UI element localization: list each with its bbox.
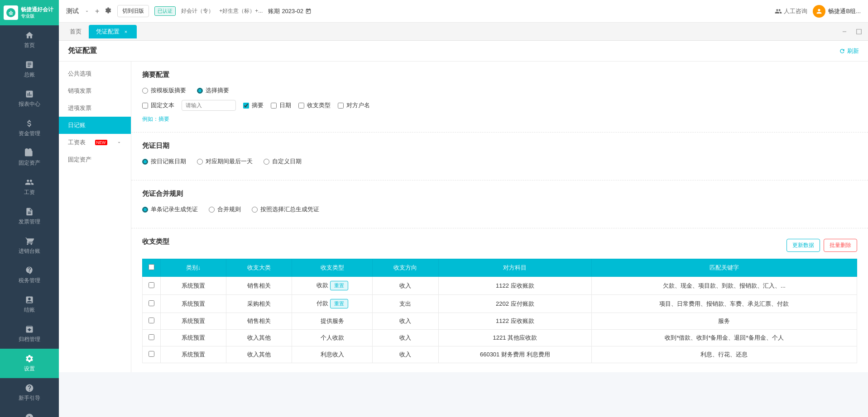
menu-item-salary-table[interactable]: 工资表 NEW (59, 134, 131, 151)
row-checkbox-1[interactable] (143, 277, 161, 295)
topbar-plus[interactable]: + (95, 7, 99, 15)
select-all-checkbox[interactable] (149, 264, 154, 270)
row-type-2: 付款 重置 (292, 295, 373, 313)
sidebar-item-invoice[interactable]: 发票管理 (0, 202, 59, 231)
sidebar-item-salary[interactable]: 工资 (0, 172, 59, 202)
sidebar-item-tax[interactable]: 税务管理 (0, 261, 59, 290)
good-business-tag: +好生意（标）+... (219, 7, 263, 15)
maximize-button[interactable] (854, 26, 864, 37)
page-header: 凭证配置 刷新 (59, 41, 868, 62)
row-keywords-1: 欠款、现金、项目款、到款、报销款、汇入、... (591, 277, 857, 295)
merge-rules-radio-group: 单条记录生成凭证 合并规则 按照选择汇总生成凭证 (142, 205, 857, 213)
radio-summary-generate[interactable]: 按照选择汇总生成凭证 (252, 205, 319, 213)
sidebar-item-member[interactable]: 畅会员 (0, 408, 59, 417)
row-account-2: 2202 应付账款 (438, 295, 591, 313)
row-keywords-4: 收到*借款、收到*备用金、退回*备用金、个人 (591, 330, 857, 346)
switch-version-button[interactable]: 切到旧版 (117, 5, 149, 17)
checkbox-summary[interactable]: 摘要 (243, 101, 264, 109)
radio-custom-date[interactable]: 自定义日期 (264, 157, 302, 166)
table-row: 系统预置 销售相关 收款 重置 收入 1122 应收账款 欠款、现金、项目款、到… (143, 277, 857, 295)
row-keywords-5: 利息、行花、还息 (591, 346, 857, 363)
right-content: 摘要配置 按模板版摘要 选择摘要 (131, 62, 868, 372)
reset-button-2[interactable]: 重置 (330, 299, 348, 308)
tabbar: 首页 凭证配置 × (59, 23, 868, 41)
sidebar-item-fund[interactable]: 资金管理 (0, 114, 59, 143)
tab-close-icon[interactable]: × (122, 28, 129, 35)
sidebar-item-archive[interactable]: 归档管理 (0, 319, 59, 349)
row-direction-5: 收入 (373, 346, 438, 363)
sidebar-item-settings[interactable]: 设置 (0, 349, 59, 378)
table-header-row: 收支类型 更新数据 批量删除 (142, 237, 857, 253)
th-category: 类别↓ (161, 259, 226, 277)
voucher-date-title: 凭证日期 (142, 142, 857, 150)
sidebar-item-home[interactable]: 首页 (0, 25, 59, 55)
topbar-period: 账期 2023-02 (268, 7, 312, 15)
th-keywords: 匹配关键字 (591, 259, 857, 277)
menu-item-sales-invoice[interactable]: 销项发票 (59, 82, 131, 100)
topbar-gear[interactable] (105, 7, 112, 15)
checkbox-income-type[interactable]: 收支类型 (298, 101, 331, 109)
refresh-button[interactable]: 刷新 (839, 47, 859, 55)
summary-radio-group: 按模板版摘要 选择摘要 (142, 86, 857, 95)
row-type-3: 提供服务 (292, 313, 373, 330)
sidebar-item-purchase[interactable]: 进销台账 (0, 231, 59, 261)
reset-button-1[interactable]: 重置 (330, 281, 348, 290)
radio-merge-rule[interactable]: 合并规则 (209, 205, 241, 213)
th-direction: 收支方向 (373, 259, 438, 277)
th-checkbox[interactable] (143, 259, 161, 277)
menu-item-purchase-invoice[interactable]: 进项发票 (59, 100, 131, 117)
sidebar-item-close[interactable]: 结账 (0, 290, 59, 319)
row-major-type-4: 收入其他 (226, 330, 292, 346)
checkbox-fixed-text[interactable]: 固定文本 (142, 101, 174, 109)
row-category-4: 系统预置 (161, 330, 226, 346)
row-account-5: 660301 财务费用 利息费用 (438, 346, 591, 363)
checkbox-counterpart-name[interactable]: 对方户名 (338, 101, 370, 109)
tab-voucher-config[interactable]: 凭证配置 × (89, 25, 137, 38)
sidebar-nav: 首页 总账 报表中心 资金管理 固定资产 工资 (0, 25, 59, 417)
sidebar-item-ledger[interactable]: 总账 (0, 55, 59, 84)
checkbox-date[interactable]: 日期 (271, 101, 291, 109)
radio-template-summary[interactable]: 按模板版摘要 (142, 86, 186, 95)
merge-rules-section: 凭证合并规则 单条记录生成凭证 合并规则 (131, 180, 868, 228)
radio-period-last-day[interactable]: 对应期间最后一天 (197, 157, 253, 166)
row-major-type-3: 销售相关 (226, 313, 292, 330)
fixed-text-input[interactable] (182, 100, 236, 111)
radio-single-record[interactable]: 单条记录生成凭证 (142, 205, 198, 213)
th-major-type: 收支大类 (226, 259, 292, 277)
row-checkbox-2[interactable] (143, 295, 161, 313)
radio-select-summary[interactable]: 选择摘要 (197, 86, 229, 95)
row-checkbox-4[interactable] (143, 330, 161, 346)
table-row: 系统预置 采购相关 付款 重置 支出 2202 应付账款 项目、日常费用、报销款… (143, 295, 857, 313)
topbar-dropdown[interactable] (84, 9, 90, 14)
sidebar-item-guide[interactable]: 新手引导 (0, 378, 59, 408)
user-avatar (813, 5, 825, 18)
sidebar-item-asset[interactable]: 固定资产 (0, 143, 59, 172)
row-type-1: 收款 重置 (292, 277, 373, 295)
user-menu[interactable]: 畅捷通B组... (813, 5, 861, 18)
new-badge: NEW (95, 140, 107, 145)
table-row: 系统预置 收入其他 个人收款 收入 1221 其他应收款 收到*借款、收到*备用… (143, 330, 857, 346)
row-major-type-5: 收入其他 (226, 346, 292, 363)
app-logo: 会 畅捷通好会计 专业版 (0, 0, 59, 25)
menu-item-journal[interactable]: 日记账 (59, 117, 131, 134)
row-account-3: 1122 应收账款 (438, 313, 591, 330)
batch-delete-button[interactable]: 批量删除 (824, 239, 857, 252)
row-checkbox-5[interactable] (143, 346, 161, 363)
logo-icon: 会 (4, 5, 18, 20)
menu-item-public[interactable]: 公共选项 (59, 65, 131, 82)
voucher-date-radio-group: 按日记账日期 对应期间最后一天 自定义日期 (142, 157, 857, 166)
topbar-title: 测试 (66, 7, 79, 15)
row-checkbox-3[interactable] (143, 313, 161, 330)
radio-journal-date[interactable]: 按日记账日期 (142, 157, 186, 166)
good-accounting-tag: 好会计（专） (181, 7, 214, 15)
row-category-5: 系统预置 (161, 346, 226, 363)
help-button[interactable]: 人工咨询 (775, 7, 807, 15)
menu-item-fixed-asset[interactable]: 固定资产 (59, 151, 131, 168)
row-direction-3: 收入 (373, 313, 438, 330)
tab-home[interactable]: 首页 (62, 25, 89, 38)
minimize-button[interactable] (839, 26, 850, 37)
row-direction-4: 收入 (373, 330, 438, 346)
sidebar-item-report[interactable]: 报表中心 (0, 84, 59, 114)
update-data-button[interactable]: 更新数据 (786, 239, 820, 252)
logo-text: 畅捷通好会计 专业版 (21, 6, 53, 19)
